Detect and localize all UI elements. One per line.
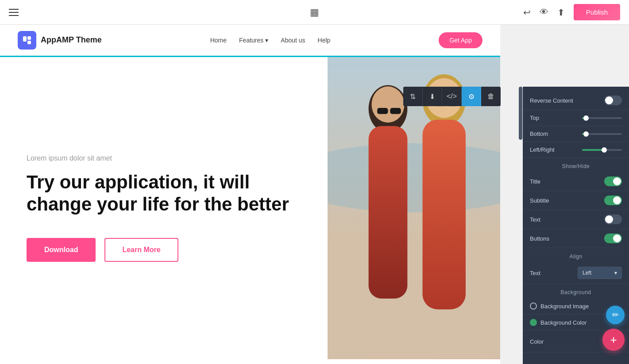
subtitle-row: Subtitle (523, 191, 629, 210)
sort-toolbar-btn[interactable]: ⇅ (403, 87, 423, 106)
reverse-content-toggle[interactable] (604, 96, 622, 105)
bottom-slider[interactable] (582, 133, 622, 135)
settings-toolbar-btn[interactable]: ⚙ (462, 87, 481, 106)
chevron-down-icon: ▾ (614, 270, 617, 276)
show-hide-title: Show/Hide (523, 158, 629, 172)
buttons-toggle-label: Buttons (530, 235, 549, 242)
background-color-radio[interactable] (530, 319, 537, 326)
preview-icon[interactable]: 👁 (540, 7, 548, 17)
code-toolbar-btn[interactable]: </> (442, 87, 462, 106)
svg-rect-0 (23, 36, 27, 42)
top-row: Top (523, 110, 629, 126)
nav-features[interactable]: Features ▾ (239, 37, 268, 44)
svg-rect-12 (390, 108, 401, 114)
buttons-row: Buttons (523, 229, 629, 248)
publish-upload-icon[interactable]: ⬆ (557, 7, 565, 18)
bottom-row: Bottom (523, 126, 629, 142)
svg-rect-9 (423, 119, 466, 309)
phone-preview-icon[interactable]: ▦ (310, 7, 319, 18)
svg-rect-1 (27, 36, 31, 40)
download-button[interactable]: Download (27, 238, 96, 262)
edit-fab-button[interactable]: ✏ (606, 306, 625, 324)
learn-more-button[interactable]: Learn More (104, 238, 178, 262)
reverse-content-label: Reverse Content (530, 97, 573, 104)
title-toggle-label: Title (530, 178, 540, 185)
color-label: Color (530, 338, 544, 345)
background-image-radio[interactable] (530, 303, 537, 310)
top-label: Top (530, 115, 539, 121)
text-row: Text (523, 210, 629, 229)
title-row: Title (523, 172, 629, 191)
background-title: Background (523, 284, 629, 298)
left-right-slider[interactable] (582, 149, 622, 151)
nav-home[interactable]: Home (210, 37, 227, 44)
add-fab-button[interactable]: + (602, 329, 625, 351)
get-app-button[interactable]: Get App (439, 32, 482, 48)
hero-buttons: Download Learn More (27, 238, 301, 262)
panel-scrollbar-thumb[interactable] (519, 87, 522, 140)
top-bar-left (9, 9, 19, 16)
hamburger-menu[interactable] (9, 9, 19, 16)
reverse-content-row: Reverse Content (523, 91, 629, 110)
svg-point-4 (328, 143, 500, 212)
preview-nav: AppAMP Theme Home Features ▾ About us He… (0, 25, 500, 56)
panel-scrollbar (519, 87, 522, 364)
publish-button[interactable]: Publish (574, 4, 620, 20)
top-slider[interactable] (582, 117, 622, 119)
left-right-row: Left/Right (523, 142, 629, 158)
bottom-label: Bottom (530, 130, 548, 137)
top-bar-center: ▦ (310, 7, 319, 18)
svg-rect-2 (27, 41, 31, 44)
text-align-label: Text (530, 270, 540, 276)
text-toggle[interactable] (604, 215, 622, 224)
hero-subtitle: Lorem ipsum dolor sit amet (27, 154, 301, 162)
website-area: AppAMP Theme Home Features ▾ About us He… (0, 25, 629, 364)
nav-about[interactable]: About us (281, 37, 305, 44)
chevron-down-icon: ▾ (265, 37, 268, 44)
nav-logo: AppAMP Theme (18, 31, 102, 50)
logo-icon (18, 31, 36, 50)
background-image-label: Background Image (540, 303, 589, 310)
title-toggle[interactable] (604, 176, 622, 186)
panel-toolbar: ⇅ ⬇ </> ⚙ 🗑 (403, 87, 501, 106)
left-right-label: Left/Right (530, 146, 555, 153)
top-bar-right: ↩ 👁 ⬆ Publish (523, 4, 620, 20)
download-toolbar-btn[interactable]: ⬇ (423, 87, 442, 106)
text-toggle-label: Text (530, 216, 540, 223)
background-color-label: Background Color (540, 319, 587, 326)
undo-icon[interactable]: ↩ (523, 7, 531, 18)
svg-rect-6 (369, 126, 408, 299)
buttons-toggle[interactable] (604, 234, 622, 243)
nav-links: Home Features ▾ About us Help (210, 37, 331, 44)
subtitle-toggle-label: Subtitle (530, 197, 549, 204)
align-title: Align (523, 248, 629, 262)
preview-container: AppAMP Theme Home Features ▾ About us He… (0, 25, 500, 364)
trash-toolbar-btn[interactable]: 🗑 (481, 87, 501, 106)
hero-title: Try our application, it will change your… (27, 171, 301, 216)
logo-text: AppAMP Theme (41, 35, 102, 45)
svg-rect-11 (377, 108, 388, 114)
text-align-row: Text Left ▾ (523, 262, 629, 284)
text-align-select[interactable]: Left ▾ (578, 267, 622, 279)
svg-point-7 (371, 86, 404, 123)
subtitle-toggle[interactable] (604, 195, 622, 205)
nav-help[interactable]: Help (318, 37, 331, 44)
top-bar: ▦ ↩ 👁 ⬆ Publish (0, 0, 629, 25)
hero-left: Lorem ipsum dolor sit amet Try our appli… (0, 57, 328, 359)
